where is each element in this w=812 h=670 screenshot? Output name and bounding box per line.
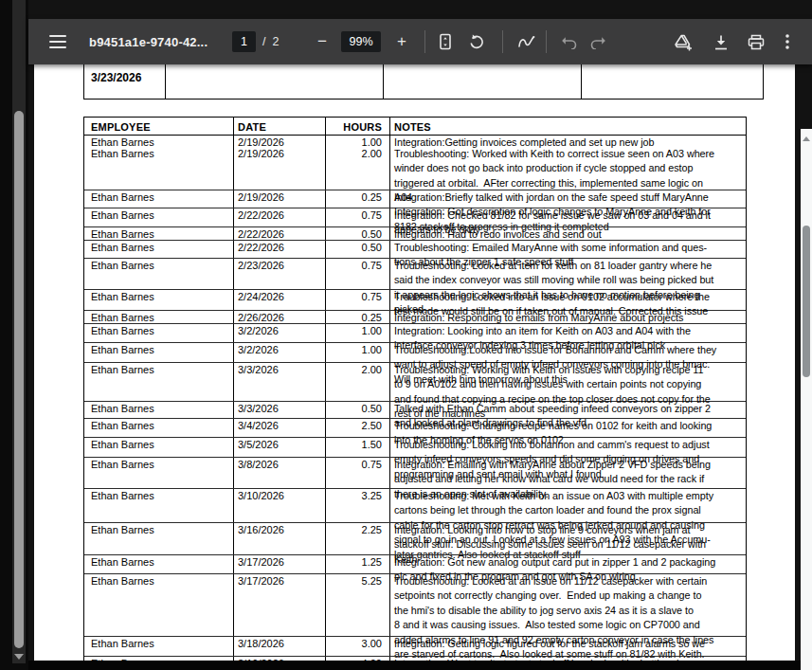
left-scrollbar-thumb[interactable]: [14, 111, 24, 648]
timesheet-row: Ethan Barnes2/22/20260.50Integration: Ha…: [84, 227, 746, 241]
download-icon: [713, 34, 729, 50]
pdf-page: 3/23/2026 EMPLOYEE DATE HOURS NOTES Etha…: [34, 64, 795, 661]
cell-employee: Ethan Barnes: [91, 490, 154, 501]
top-strip: [28, 0, 812, 19]
pdf-toolbar: b9451a1e-9740-42... 1 / 2 − 99% +: [28, 19, 812, 64]
timesheet-row: Ethan Barnes3/8/20260.75Integration: Ema…: [84, 458, 746, 489]
print-icon: [748, 34, 765, 50]
cell-date: 3/18/2026: [238, 638, 284, 649]
table-border: [389, 241, 390, 258]
table-border: [383, 64, 384, 99]
table-border: [389, 208, 390, 226]
zoom-out-button[interactable]: −: [309, 28, 335, 55]
menu-button[interactable]: [42, 25, 74, 59]
table-border: [233, 259, 234, 289]
table-border: [233, 523, 234, 554]
cell-employee: Ethan Barnes: [91, 459, 154, 470]
table-border: [389, 489, 390, 522]
cell-employee: Ethan Barnes: [91, 148, 154, 159]
timesheet-row: Ethan Barnes3/10/20263.25Troubleshooting…: [84, 489, 746, 523]
table-border: [233, 657, 234, 661]
cell-date: 3/2/2026: [238, 325, 279, 336]
table-border: [389, 259, 390, 289]
timesheet-row: Ethan Barnes3/17/20261.25Integration: Go…: [84, 555, 746, 574]
cell-employee: Ethan Barnes: [91, 658, 154, 661]
left-scrollbar-down-arrow-icon[interactable]: [14, 654, 24, 660]
print-button[interactable]: [740, 25, 772, 59]
table-border: [165, 64, 166, 99]
table-border: [233, 241, 234, 258]
table-border: [233, 208, 234, 226]
cell-date: 2/22/2026: [238, 228, 284, 240]
timesheet-row: Ethan Barnes3/3/20260.50Talked with Etha…: [84, 402, 746, 419]
rotate-button[interactable]: [460, 25, 493, 59]
cell-hours: 0.50: [325, 403, 382, 414]
viewer-scrollbar-track[interactable]: [801, 129, 812, 670]
table-border: [233, 489, 234, 522]
cell-employee: Ethan Barnes: [91, 209, 154, 221]
page-separator: /: [262, 35, 265, 48]
table-border: [233, 324, 234, 342]
add-to-drive-button[interactable]: [667, 25, 699, 59]
cell-date: 2/19/2026: [238, 191, 284, 203]
timesheet-row: Ethan Barnes3/3/20262.00Troubleshooting:…: [84, 363, 746, 402]
download-button[interactable]: [705, 25, 737, 59]
cell-employee: Ethan Barnes: [91, 291, 154, 302]
header-notes: NOTES: [394, 121, 431, 133]
cell-hours: 0.75: [325, 260, 382, 271]
pdf-viewer-app: b9451a1e-9740-42... 1 / 2 − 99% +: [0, 0, 812, 670]
table-border: [389, 458, 390, 488]
cell-date: 2/23/2026: [238, 260, 284, 271]
scrollbar-up-arrow-icon[interactable]: [803, 136, 810, 141]
cell-employee: Ethan Barnes: [91, 556, 154, 568]
table-border: [389, 118, 390, 135]
table-border: [233, 290, 234, 310]
viewer-scrollbar-thumb[interactable]: [803, 226, 810, 377]
timesheet-row: Ethan Barnes2/23/20260.75Troubleshooting…: [84, 259, 746, 290]
toolbar-divider: [424, 30, 425, 53]
table-border: [233, 574, 234, 636]
cell-hours: 0.75: [325, 291, 382, 302]
more-options-button[interactable]: [771, 25, 803, 59]
undo-button[interactable]: [553, 25, 586, 59]
table-border: [389, 136, 390, 147]
table-border: [389, 438, 390, 457]
cell-hours: 2.00: [325, 148, 382, 159]
cell-hours: 1.00: [325, 344, 382, 355]
table-border: [389, 657, 390, 661]
cell-hours: 0.75: [325, 459, 382, 470]
redo-button[interactable]: [582, 25, 614, 59]
table-border: [389, 574, 390, 636]
table-border: [233, 311, 234, 323]
table-body: Ethan Barnes2/19/20261.00Integration:Get…: [84, 136, 746, 661]
zoom-in-button[interactable]: +: [388, 28, 415, 55]
table-border: [233, 458, 234, 488]
table-border: [233, 343, 234, 362]
cell-employee: Ethan Barnes: [91, 242, 154, 253]
table-border: [389, 147, 390, 190]
zoom-level[interactable]: 99%: [341, 31, 381, 52]
timesheet-row: Ethan Barnes2/19/20262.00Troubleshooting…: [84, 147, 746, 190]
timesheet-row: Ethan Barnes3/16/20262.25Integration: Lo…: [84, 523, 746, 555]
table-border: [233, 227, 234, 240]
cell-employee: Ethan Barnes: [91, 420, 154, 431]
annotate-button[interactable]: [511, 25, 543, 59]
table-border: [389, 523, 390, 554]
cell-date: 2/26/2026: [238, 312, 284, 323]
cell-hours: 2.00: [325, 364, 382, 375]
fit-to-page-button[interactable]: [429, 25, 461, 59]
cell-employee: Ethan Barnes: [91, 325, 154, 336]
table-border: [581, 64, 582, 99]
table-border: [389, 290, 390, 310]
cell-date: 3/8/2026: [238, 459, 279, 470]
page-total: 2: [272, 35, 279, 48]
page-number-input[interactable]: 1: [232, 31, 256, 52]
cell-employee: Ethan Barnes: [91, 191, 154, 203]
cell-date: 3/3/2026: [238, 364, 279, 375]
table-border: [233, 190, 234, 208]
cell-date: 3/2/2026: [238, 344, 279, 355]
timesheet-row: Ethan Barnes3/17/20265.25Troubleshooting…: [84, 574, 746, 637]
cell-hours: 1.25: [325, 556, 382, 568]
table-border: [233, 147, 234, 190]
cell-employee: Ethan Barnes: [91, 364, 154, 375]
